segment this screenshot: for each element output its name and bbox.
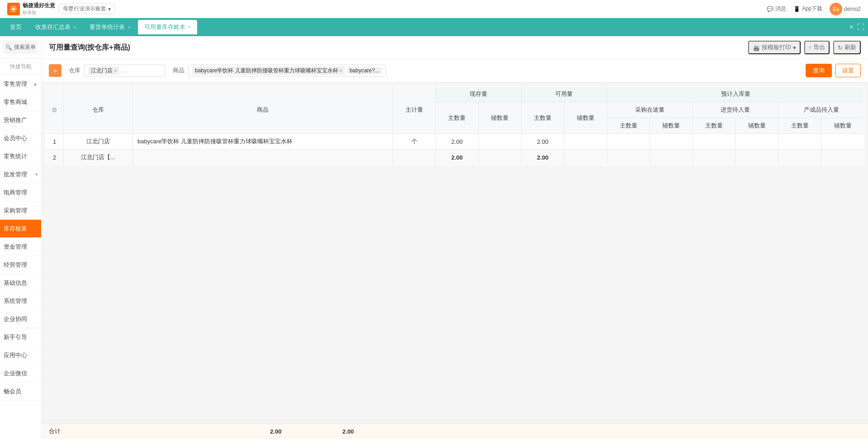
sidebar-item-enterprise-coop[interactable]: 企业协同 <box>0 310 41 328</box>
chevron-icon-2: ▾ <box>35 172 38 177</box>
td-warehouse-1: 江北门店 <box>64 134 133 150</box>
th-purchase-aux: 辅数量 <box>650 118 693 134</box>
sidebar-item-stock-check[interactable]: 库存核算 <box>0 220 41 238</box>
tab-home[interactable]: 首页 <box>4 20 28 34</box>
sidebar-item-retail-stats[interactable]: 零售统计 <box>0 147 41 165</box>
td-unit-1: 个 <box>393 134 436 150</box>
sidebar-item-finance-mgmt[interactable]: 资金管理 <box>0 238 41 256</box>
tab-available-stock[interactable]: 可用量库存账本 × <box>138 20 197 34</box>
td-production-aux-2 <box>821 150 864 165</box>
th-incoming-main: 主数量 <box>693 118 736 134</box>
content-area: 可用量查询(按仓库+商品) 🖨️ 按模板打印 ▾ ↑ 导出 ↻ 刷新 <box>42 36 868 439</box>
tab-close-available-stock[interactable]: × <box>188 24 191 30</box>
td-product-2 <box>133 150 393 165</box>
td-available-aux-1 <box>564 134 607 150</box>
table-row: 2 江北门店【... 2.00 2.00 <box>46 150 864 165</box>
sidebar-item-retail-store[interactable]: 零售商城 <box>0 93 41 111</box>
th-production-main: 主数量 <box>778 118 821 134</box>
chevron-down-icon: ▾ <box>108 6 111 12</box>
td-purchase-main-1 <box>607 134 650 150</box>
filter-expand-btn[interactable]: » <box>49 64 61 77</box>
sidebar-item-new-guide[interactable]: 新手引导 <box>0 328 41 346</box>
table-container[interactable]: ⚙ 仓库 商品 主计量 现存量 可用量 预计入库量 主数量 辅数量 主数量 辅数… <box>42 82 868 423</box>
th-settings[interactable]: ⚙ <box>46 86 64 134</box>
sidebar-item-basic-info[interactable]: 基础信息 <box>0 274 41 292</box>
query-button[interactable]: 查询 <box>806 64 832 77</box>
sidebar-search-section: 🔍 搜索菜单 <box>0 36 41 59</box>
td-current-main-2: 2.00 <box>436 150 479 165</box>
product-filter: 商品 babycare学饮杯 儿童防摔防撞吸管杯重力球吸嘴杯宝宝水杯 × bab… <box>173 65 386 77</box>
td-current-aux-2 <box>478 150 521 165</box>
tab-close-order-stats[interactable]: × <box>127 24 130 30</box>
search-menu-button[interactable]: 🔍 搜索菜单 <box>4 41 38 54</box>
page-header-actions: 🖨️ 按模板打印 ▾ ↑ 导出 ↻ 刷新 <box>748 41 861 59</box>
product-tag-close-1[interactable]: × <box>340 68 342 73</box>
page-title: 可用量查询(按仓库+商品) <box>49 43 130 57</box>
tab-close-receive-summary[interactable]: × <box>73 24 76 30</box>
warehouse-tag-jiangbei: 江北门店 × <box>88 66 119 75</box>
warehouse-tag-close[interactable]: × <box>114 68 117 73</box>
warehouse-filter-more[interactable]: ... <box>121 67 126 74</box>
td-product-1: babycare学饮杯 儿童防摔防撞吸管杯重力球吸嘴杯宝宝水杯 <box>133 134 393 150</box>
brand-logo: 畅捷通好生意 标准版 <box>7 2 55 16</box>
sidebar-item-ops-mgmt[interactable]: 经营管理 <box>0 256 41 274</box>
td-incoming-main-1 <box>693 134 736 150</box>
export-icon: ↑ <box>809 44 812 51</box>
tab-close-all-btn[interactable]: × <box>849 23 854 31</box>
sidebar-item-purchase-mgmt[interactable]: 采购管理 <box>0 202 41 220</box>
sidebar-item-marketing[interactable]: 营销推广 <box>0 111 41 129</box>
th-purchase-transit: 采购在途量 <box>607 102 693 118</box>
sidebar-item-member[interactable]: 会员中心 <box>0 129 41 147</box>
td-seq-1: 1 <box>46 134 64 150</box>
td-available-aux-2 <box>564 150 607 165</box>
td-purchase-aux-1 <box>650 134 693 150</box>
sidebar-item-wholesale-mgmt[interactable]: 批发管理 ▾ <box>0 165 41 184</box>
td-incoming-aux-2 <box>736 150 778 165</box>
td-incoming-main-2 <box>693 150 736 165</box>
warehouse-filter: 仓库 江北门店 × ... <box>69 65 165 77</box>
total-label: 合计 <box>49 427 61 435</box>
td-production-main-1 <box>778 134 821 150</box>
td-available-main-1: 2.00 <box>521 134 564 150</box>
refresh-icon: ↻ <box>838 44 843 51</box>
td-production-main-2 <box>778 150 821 165</box>
top-bar-left: 畅捷通好生意 标准版 母婴行业演示账套 ▾ <box>7 2 115 16</box>
chevron-icon: ▲ <box>33 81 38 86</box>
th-production-pending: 产成品待入量 <box>778 102 864 118</box>
td-current-main-1: 2.00 <box>436 134 479 150</box>
sidebar-item-quick-nav[interactable]: 快捷导航 <box>0 59 41 75</box>
sidebar-item-enterprise-wechat[interactable]: 企业微信 <box>0 364 41 382</box>
message-action[interactable]: 💬 消息 <box>767 5 786 13</box>
td-unit-2 <box>393 150 436 165</box>
td-purchase-main-2 <box>607 150 650 165</box>
industry-selector[interactable]: 母婴行业演示账套 ▾ <box>59 4 115 14</box>
th-current-aux: 辅数量 <box>478 102 521 134</box>
warehouse-tags[interactable]: 江北门店 × ... <box>84 65 165 77</box>
tab-expand-btn[interactable]: ⛶ <box>857 23 864 31</box>
td-warehouse-2: 江北门店【... <box>64 150 133 165</box>
sidebar-item-app-center[interactable]: 应用中心 <box>0 346 41 364</box>
filter-actions: 查询 设置 <box>806 64 861 77</box>
sidebar-item-retail-mgmt[interactable]: 零售管理 ▲ <box>0 75 41 93</box>
refresh-btn[interactable]: ↻ 刷新 <box>833 41 861 54</box>
settings-button[interactable]: 设置 <box>835 64 861 77</box>
export-btn[interactable]: ↑ 导出 <box>804 41 830 54</box>
sidebar-item-ecom-mgmt[interactable]: 电商管理 <box>0 184 41 202</box>
main-layout: 🔍 搜索菜单 快捷导航 零售管理 ▲ 零售商城 营销推广 会员中心 零售统计 批… <box>0 36 868 439</box>
sidebar: 🔍 搜索菜单 快捷导航 零售管理 ▲ 零售商城 营销推广 会员中心 零售统计 批… <box>0 36 42 439</box>
product-tags[interactable]: babycare学饮杯 儿童防摔防撞吸管杯重力球吸嘴杯宝宝水杯 × babyca… <box>188 65 386 77</box>
gear-icon: ⚙ <box>52 106 57 113</box>
user-profile[interactable]: Ea demo2 <box>830 3 861 15</box>
tab-order-stats[interactable]: 要货单统计表 × <box>83 20 137 34</box>
th-warehouse: 仓库 <box>64 86 133 134</box>
tab-bar: 首页 收发存汇总表 × 要货单统计表 × 可用量库存账本 × × ⛶ <box>0 18 868 36</box>
td-purchase-aux-2 <box>650 150 693 165</box>
tab-receive-summary[interactable]: 收发存汇总表 × <box>29 20 82 34</box>
sidebar-item-system-mgmt[interactable]: 系统管理 <box>0 292 41 310</box>
template-print-btn[interactable]: 🖨️ 按模板打印 ▾ <box>748 41 801 54</box>
sidebar-item-member-plus[interactable]: 畅会员 <box>0 382 41 401</box>
app-download-action[interactable]: 📱 App下载 <box>793 5 822 13</box>
product-tag-babycare2: babycare?... <box>347 67 382 74</box>
chevron-down-icon-print: ▾ <box>793 44 796 51</box>
product-tag-babycare: babycare学饮杯 儿童防摔防撞吸管杯重力球吸嘴杯宝宝水杯 × <box>192 66 345 75</box>
